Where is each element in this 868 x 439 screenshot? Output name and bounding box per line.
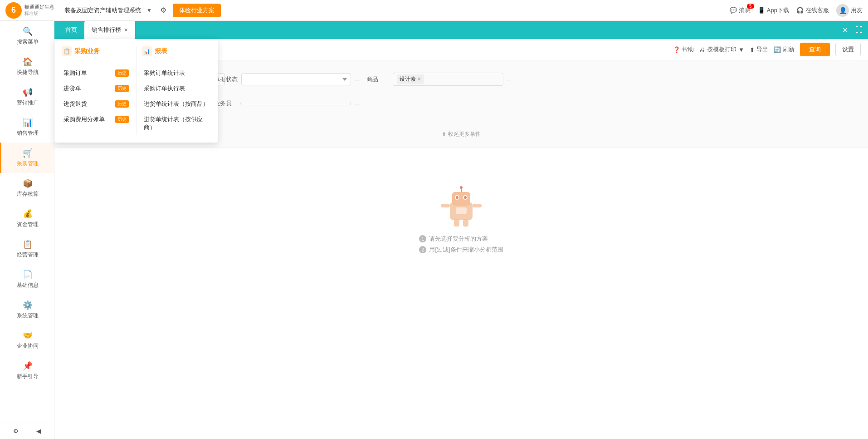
sidebar-collapse-btn[interactable]: ◀ [36, 428, 41, 434]
sidebar-item-search[interactable]: 🔍 搜索菜单 [0, 21, 54, 51]
system-settings-btn[interactable]: ⚙ [157, 5, 169, 15]
export-btn[interactable]: ⬆ 导出 [750, 45, 768, 54]
dropdown-divider [136, 46, 137, 135]
sidebar-item-marketing[interactable]: 📢 营销推广 [0, 82, 54, 112]
empty-hint-1: 1 请先选择要分析的方案 [419, 235, 503, 243]
dropdown-item-incoming-goods-stat[interactable]: 进货单统计表（按商品） [142, 96, 211, 112]
system-dropdown-btn[interactable]: ▼ [145, 6, 154, 15]
empty-state: 1 请先选择要分析的方案 2 用[过滤]条件来缩小分析范围 [54, 148, 868, 293]
collapse-btn[interactable]: ⬆ 收起更多条件 [442, 130, 481, 138]
sidebar-item-system[interactable]: ⚙️ 系统管理 [0, 295, 54, 325]
operation-icon: 📋 [23, 239, 33, 249]
svg-rect-11 [463, 219, 468, 227]
tab-window-close-btn[interactable]: ✕ [840, 25, 850, 35]
basicinfo-icon: 📄 [23, 270, 33, 280]
bill-status-more[interactable]: ... [355, 76, 359, 83]
sales-icon: 📊 [23, 118, 33, 128]
tab-close-icon[interactable]: ✕ [124, 27, 128, 33]
topbar-middle: 装备及固定资产辅助管理系统 ▼ ⚙ 体验行业方案 [60, 4, 730, 17]
purchase-icon: 🛒 [23, 148, 33, 158]
svg-rect-12 [456, 207, 467, 214]
export-icon: ⬆ [750, 46, 755, 53]
sidebar-item-finance[interactable]: 💰 资金管理 [0, 203, 54, 234]
help-icon: ❓ [673, 46, 680, 53]
goods-tag-close[interactable]: ✕ [417, 76, 421, 82]
dropdown-item-expense[interactable]: 采购费用分摊单 历史 [62, 112, 131, 127]
sidebar-item-nav[interactable]: 🏠 快捷导航 [0, 51, 54, 82]
report-col-icon: 📊 [142, 46, 152, 56]
sidebar-settings-btn[interactable]: ⚙ [13, 428, 19, 434]
print-icon: 🖨 [699, 46, 705, 53]
sidebar-item-collab[interactable]: 🤝 企业协同 [0, 325, 54, 355]
industry-btn[interactable]: 体验行业方案 [173, 4, 221, 17]
tab-sales-rank[interactable]: 销售排行榜 ✕ [84, 21, 135, 39]
dropdown-col1-title: 📋 采购业务 [62, 46, 131, 60]
sidebar-item-operation[interactable]: 📋 经营管理 [0, 234, 54, 264]
dropdown-item-purchase-order[interactable]: 采购订单 历史 [62, 65, 131, 81]
dropdown-col2-title: 📊 报表 [142, 46, 211, 60]
bill-status-select[interactable] [241, 73, 351, 85]
dropdown-item-purchase-exec[interactable]: 采购订单执行表 [142, 81, 211, 96]
logo-text: 畅通通好生意 [24, 4, 54, 10]
salesperson-filter: 业务员 ... [214, 99, 359, 108]
sidebar: 🔍 搜索菜单 🏠 快捷导航 📢 营销推广 📊 销售管理 🛒 采购管理 📦 库存核… [0, 21, 54, 439]
svg-rect-8 [441, 204, 450, 207]
logo-icon: 6 [5, 2, 22, 19]
sidebar-item-inventory[interactable]: 📦 库存核算 [0, 173, 54, 203]
svg-rect-1 [452, 192, 470, 206]
history-badge-1: 历史 [115, 69, 129, 77]
refresh-btn[interactable]: 🔄 刷新 [774, 45, 795, 54]
empty-hint-2: 2 用[过滤]条件来缩小分析范围 [419, 246, 503, 254]
topbar: 6 畅通通好生意 标准版 装备及固定资产辅助管理系统 ▼ ⚙ 体验行业方案 💬 … [0, 0, 868, 21]
tab-bar-actions: ✕ ⛶ [840, 25, 864, 35]
user-action[interactable]: 👤 用友 [836, 4, 863, 17]
sidebar-item-guide[interactable]: 📌 新手引导 [0, 355, 54, 386]
sidebar-item-purchase[interactable]: 🛒 采购管理 [0, 143, 54, 173]
search-icon: 🔍 [23, 26, 33, 36]
help-btn[interactable]: ❓ 帮助 [673, 45, 694, 54]
salesperson-tag-input[interactable] [240, 102, 351, 105]
dropdown-cols: 📋 采购业务 采购订单 历史 进货单 历史 进货退货 历史 采购费用分摊单 历史 [62, 46, 210, 135]
settings-small-btn[interactable]: 设置 [835, 43, 861, 56]
tab-home[interactable]: 首页 [58, 21, 84, 39]
dropdown-col-purchase: 📋 采购业务 采购订单 历史 进货单 历史 进货退货 历史 采购费用分摊单 历史 [62, 46, 131, 135]
message-action[interactable]: 💬 消息 5 [730, 6, 751, 15]
avatar: 👤 [836, 4, 849, 17]
purchase-col-icon: 📋 [62, 46, 72, 56]
goods-filter: 商品 设计素 ✕ ... [366, 73, 512, 86]
history-badge-2: 历史 [115, 85, 129, 92]
history-badge-4: 历史 [115, 116, 129, 123]
svg-point-5 [464, 196, 467, 199]
goods-more[interactable]: ... [507, 76, 512, 83]
goods-tag: 设计素 ✕ [397, 74, 424, 84]
tab-maximize-btn[interactable]: ⛶ [853, 25, 864, 35]
logo-area: 6 畅通通好生意 标准版 [5, 2, 60, 19]
refresh-icon: 🔄 [774, 46, 781, 53]
empty-hints: 1 请先选择要分析的方案 2 用[过滤]条件来缩小分析范围 [419, 235, 503, 256]
message-badge: 5 [747, 4, 754, 9]
inventory-icon: 📦 [23, 178, 33, 188]
dropdown-item-incoming[interactable]: 进货单 历史 [62, 81, 131, 96]
history-badge-3: 历史 [115, 100, 129, 108]
goods-label: 商品 [366, 75, 389, 84]
marketing-icon: 📢 [23, 87, 33, 97]
bill-status-filter: 单据状态 ... [214, 73, 359, 85]
sidebar-item-sales[interactable]: 📊 销售管理 [0, 112, 54, 143]
logo-sub: 标准版 [24, 10, 54, 17]
finance-icon: 💰 [23, 209, 33, 219]
sidebar-item-basicinfo[interactable]: 📄 基础信息 [0, 264, 54, 295]
svg-point-4 [456, 196, 458, 199]
salesperson-more[interactable]: ... [355, 100, 359, 107]
dropdown-item-return[interactable]: 进货退货 历史 [62, 96, 131, 112]
message-icon: 💬 [730, 7, 737, 14]
online-service-action[interactable]: 🎧 在线客服 [796, 6, 829, 15]
goods-tag-input[interactable]: 设计素 ✕ [393, 73, 503, 86]
query-btn[interactable]: 查询 [800, 43, 830, 56]
print-btn[interactable]: 🖨 按模板打印 ▼ [699, 45, 744, 54]
dropdown-item-incoming-supplier-stat[interactable]: 进货单统计表（按供应商） [142, 112, 211, 135]
phone-icon: 📱 [758, 7, 765, 14]
svg-rect-9 [473, 204, 482, 207]
app-download-action[interactable]: 📱 App下载 [758, 6, 789, 15]
home-icon: 🏠 [23, 57, 33, 67]
dropdown-item-purchase-stat[interactable]: 采购订单统计表 [142, 65, 211, 81]
